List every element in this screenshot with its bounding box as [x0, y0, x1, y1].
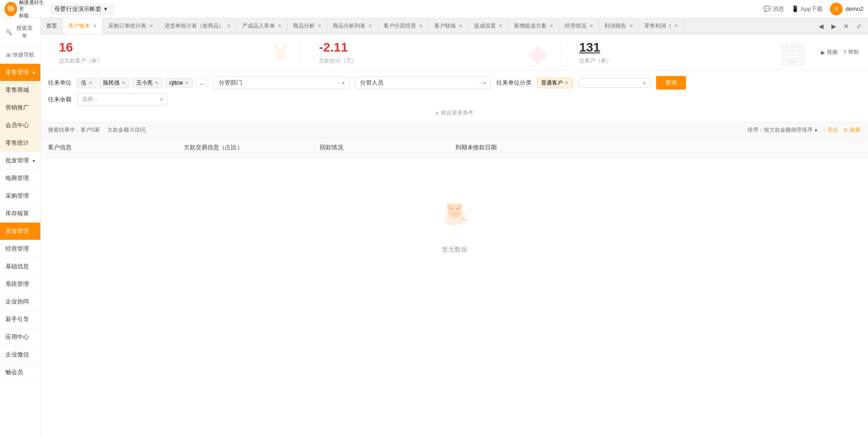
- unit-category-tag-normal[interactable]: 普通客户 ✕: [537, 78, 573, 88]
- refresh-icon: ↻: [844, 127, 848, 133]
- sort-select[interactable]: 排序：按欠款金额倒序排序 ▾: [748, 126, 817, 134]
- sidebar-item-enterprise-coop[interactable]: 企业协同: [0, 293, 40, 311]
- close-tab-incoming-stats[interactable]: ✕: [227, 23, 231, 29]
- unit-category-dropdown[interactable]: ▾: [578, 78, 651, 88]
- sidebar-item-retail-stats[interactable]: 零售统计: [0, 134, 40, 152]
- empty-text: 暂无数据: [442, 246, 467, 254]
- refresh-button[interactable]: ↻ 刷新: [844, 126, 861, 134]
- close-tab-new-commission[interactable]: ✕: [549, 23, 553, 29]
- sidebar-item-member-center[interactable]: 会员中心: [0, 117, 40, 134]
- tab-customer-segment[interactable]: 客户分层经营 ✕: [378, 18, 429, 34]
- close-tab-purchase-order[interactable]: ✕: [149, 23, 153, 29]
- collapse-filter-button[interactable]: ∧ 收起更多条件: [435, 109, 474, 117]
- close-tab-product-analysis-list[interactable]: ✕: [368, 23, 372, 29]
- sidebar-item-retail-mgmt[interactable]: 零售管理 ▾: [0, 64, 40, 81]
- close-tab-commission-settings[interactable]: ✕: [499, 23, 503, 29]
- export-button[interactable]: ↑ 导出: [823, 126, 838, 134]
- table-col4-header: 到期未收款日期: [456, 143, 861, 152]
- stat-owed-total-number: -2.11: [319, 40, 542, 55]
- unit-tag-chen[interactable]: 陈民强 ✕: [99, 78, 129, 88]
- avatar: d: [830, 3, 843, 15]
- remove-unit-tag-cjttcw[interactable]: ✕: [185, 80, 189, 86]
- remove-unit-tag-wu[interactable]: ✕: [88, 80, 92, 86]
- sidebar-item-capital-mgmt[interactable]: 资金管理: [0, 223, 40, 240]
- close-tab-profit-report[interactable]: ✕: [629, 23, 633, 29]
- stat-total-customers-label: 总客户（家）: [579, 57, 803, 65]
- svg-point-5: [458, 203, 462, 209]
- video-button[interactable]: ▶ 视频: [821, 48, 838, 56]
- sidebar-item-new-guide[interactable]: 新手引导: [0, 311, 40, 328]
- tab-customer-book[interactable]: 客户账本 ✕: [63, 18, 103, 34]
- tab-prev-button[interactable]: ◀: [815, 21, 826, 32]
- tab-customer-contact[interactable]: 客户联络 ✕: [429, 18, 469, 34]
- dept-arrow-icon: ▾: [342, 81, 345, 86]
- unit-tag-wu[interactable]: 伍 ✕: [77, 78, 96, 88]
- close-tab-business-situation[interactable]: ✕: [589, 23, 593, 29]
- table-col2-header: 欠款交易信息（占比）: [184, 143, 320, 152]
- sidebar-search[interactable]: 🔍 搜索菜单: [0, 18, 40, 47]
- tab-purchase-order[interactable]: 采购订单统计表 ✕: [103, 18, 159, 34]
- close-tab-customer-contact[interactable]: ✕: [459, 23, 463, 29]
- close-tab-retail-profit[interactable]: ✕: [674, 23, 678, 29]
- tab-business-situation[interactable]: 经营情况 ✕: [559, 18, 599, 34]
- sidebar-item-vip-member[interactable]: 畅会员: [0, 364, 40, 381]
- close-tab-customer-segment[interactable]: ✕: [419, 23, 423, 29]
- tab-next-button[interactable]: ▶: [828, 21, 839, 32]
- tab-commission-settings[interactable]: 提成设置 ✕: [469, 18, 508, 34]
- unit-category-filter-label: 往来单位分类: [496, 79, 532, 87]
- app-download-button[interactable]: 📱 App下载: [791, 5, 823, 13]
- help-button[interactable]: ? 帮助: [843, 48, 859, 56]
- stat-owed-customers: ¥ 16 总欠款客户（家）: [41, 34, 301, 70]
- tab-close-all-button[interactable]: ✕: [841, 21, 852, 32]
- svg-point-4: [447, 203, 451, 209]
- search-menu-button[interactable]: 🔍 搜索菜单: [4, 23, 37, 42]
- sidebar-item-purchase-mgmt[interactable]: 采购管理: [0, 187, 40, 205]
- person-select[interactable]: 分管人员 ··· ▾: [355, 76, 491, 89]
- result-bar: 搜索结果中，客户0家 欠款金额 0.00元 排序：按欠款金额倒序排序 ▾ ↑ 导…: [41, 123, 868, 138]
- tab-retail-profit[interactable]: 零售利润（ ✕: [639, 18, 684, 34]
- close-tab-product-storage[interactable]: ✕: [278, 23, 282, 29]
- remove-unit-category-tag[interactable]: ✕: [565, 80, 569, 86]
- tab-incoming-stats[interactable]: 进货单统计表（按商品） ✕: [159, 18, 237, 34]
- tab-product-analysis[interactable]: 商品分析 ✕: [288, 18, 327, 34]
- remove-unit-tag-wang[interactable]: ✕: [154, 80, 158, 86]
- balance-select[interactable]: 选择... ▾: [77, 93, 168, 105]
- message-button[interactable]: 💬 消息: [763, 5, 784, 13]
- remove-unit-tag-chen[interactable]: ✕: [121, 80, 125, 86]
- tab-product-storage[interactable]: 产成品入库单 ✕: [237, 18, 288, 34]
- quick-nav-button[interactable]: ⊞ 零售管理 快捷导航: [0, 47, 40, 64]
- tab-home[interactable]: 首页: [41, 18, 63, 34]
- sidebar-item-inventory-check[interactable]: 库存核算: [0, 205, 40, 223]
- sidebar-item-system-mgmt[interactable]: 系统管理: [0, 276, 40, 293]
- sidebar-item-app-center[interactable]: 应用中心: [0, 328, 40, 346]
- unit-tag-cjttcw[interactable]: cjttcw ✕: [165, 78, 193, 87]
- dept-select[interactable]: 分管部门 ··· ▾: [214, 76, 350, 89]
- unit-filter-label: 往来单位: [48, 79, 72, 87]
- account-selector[interactable]: 母婴行业演示帐套 ▾: [50, 3, 115, 15]
- unit-tag-more[interactable]: ...: [196, 78, 208, 87]
- table-col3-header: 回款情况: [320, 143, 456, 152]
- close-tab-customer-book[interactable]: ✕: [93, 23, 97, 29]
- empty-icon: [436, 194, 473, 238]
- close-tab-product-analysis[interactable]: ✕: [317, 23, 321, 29]
- sidebar-item-wholesale-mgmt[interactable]: 批发管理 ▾: [0, 152, 40, 170]
- empty-state: 暂无数据: [41, 157, 868, 290]
- query-button[interactable]: 查询: [656, 76, 686, 90]
- table-area: 客户信息 欠款交易信息（占比） 回款情况 到期未收款日期: [41, 138, 868, 437]
- tab-product-analysis-list[interactable]: 商品分析列表 ✕: [327, 18, 378, 34]
- filter-area: 往来单位 伍 ✕ 陈民强 ✕ 王小亮 ✕: [41, 71, 868, 123]
- balance-filter-label: 往来余额: [48, 95, 72, 104]
- sidebar-item-marketing[interactable]: 营销推广: [0, 99, 40, 117]
- tab-maximize-button[interactable]: ⤢: [854, 21, 864, 32]
- tab-new-commission[interactable]: 新增提成方案 ✕: [508, 18, 559, 34]
- tab-profit-report[interactable]: 利润报告 ✕: [599, 18, 639, 34]
- logo-icon: 畅: [5, 2, 17, 16]
- sidebar-item-enterprise-wechat[interactable]: 企业微信: [0, 346, 40, 364]
- sidebar-item-operations-mgmt[interactable]: 经营管理: [0, 240, 40, 258]
- user-menu[interactable]: d demo2: [830, 3, 863, 15]
- sidebar-item-basic-info[interactable]: 基础信息: [0, 258, 40, 276]
- unit-tag-wang[interactable]: 王小亮 ✕: [132, 78, 163, 88]
- sidebar-item-retail-mall[interactable]: 零售商城: [0, 81, 40, 99]
- sidebar-item-ecommerce-mgmt[interactable]: 电商管理: [0, 170, 40, 187]
- logo-area: 畅 畅捷通好生意 标版: [5, 0, 45, 19]
